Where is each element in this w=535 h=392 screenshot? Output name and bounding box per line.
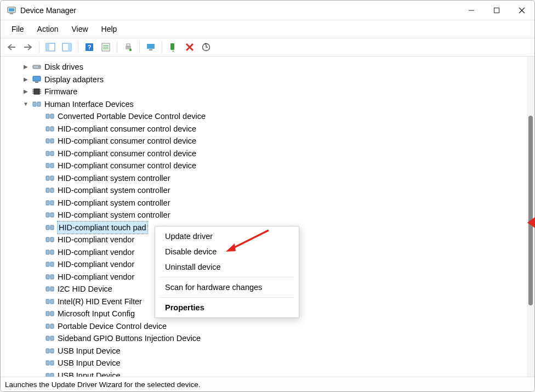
tree-node-hid-child[interactable]: HID-compliant system controller	[7, 209, 527, 221]
client-area: ▶ Disk drives ▶ Display adapters ▶ Firmw…	[1, 56, 534, 377]
panel-right-icon	[62, 43, 72, 52]
tree-node-hid-child[interactable]: USB Input Device	[7, 357, 527, 370]
tree-node-firmware[interactable]: ▶ Firmware	[7, 86, 527, 98]
svg-rect-49	[46, 176, 49, 180]
context-update-driver[interactable]: Update driver	[155, 229, 299, 244]
tree-label: HID-compliant system controller	[58, 184, 170, 196]
tree-node-hid-child[interactable]: Sideband GPIO Buttons Injection Device	[7, 332, 527, 345]
chevron-down-icon[interactable]: ▼	[22, 101, 29, 107]
tree-spacer	[36, 162, 42, 169]
hid-device-icon	[45, 297, 54, 306]
tree-spacer	[36, 200, 42, 206]
chevron-right-icon[interactable]: ▶	[22, 76, 29, 83]
tree-node-hid-child[interactable]: HID-compliant consumer control device	[7, 135, 527, 147]
svg-rect-68	[50, 287, 54, 291]
properties-button[interactable]	[59, 41, 75, 54]
tree-node-hid-child[interactable]: Portable Device Control device	[7, 320, 527, 333]
svg-rect-82	[50, 373, 54, 377]
svg-rect-73	[46, 324, 49, 328]
tree-node-hid-child[interactable]: HID-compliant consumer control device	[7, 160, 527, 172]
tree-node-hid[interactable]: ▼ Human Interface Devices	[7, 98, 527, 111]
svg-rect-77	[46, 349, 49, 353]
tree-node-hid-child[interactable]: HID-compliant system controller	[7, 184, 527, 197]
menu-action[interactable]: Action	[32, 22, 64, 36]
forward-button[interactable]	[20, 41, 36, 54]
svg-rect-72	[50, 311, 54, 316]
tree-node-hid-child[interactable]: USB Input Device	[7, 345, 527, 357]
tree-node-hid-child[interactable]: Converted Portable Device Control device	[7, 110, 527, 123]
tree-label: Firmware	[44, 86, 77, 98]
close-button[interactable]	[509, 1, 534, 20]
context-uninstall-device[interactable]: Uninstall device	[155, 259, 299, 275]
svg-rect-28	[33, 76, 41, 81]
tree-spacer	[36, 261, 42, 268]
tree-label: HID-compliant consumer control device	[58, 123, 196, 135]
svg-rect-64	[50, 262, 54, 266]
maximize-button[interactable]	[484, 1, 509, 20]
tree-label: HID-compliant vendor	[58, 246, 134, 258]
update-driver-button[interactable]	[198, 41, 214, 54]
tree-spacer	[36, 298, 42, 305]
tree-node-disk-drives[interactable]: ▶ Disk drives	[7, 61, 527, 73]
statusbar: Launches the Update Driver Wizard for th…	[1, 377, 534, 391]
context-properties[interactable]: Properties	[155, 300, 299, 315]
back-button[interactable]	[4, 41, 19, 54]
tree-label: USB Input Device	[58, 357, 120, 369]
minimize-button[interactable]	[459, 1, 484, 20]
device-tree[interactable]: ▶ Disk drives ▶ Display adapters ▶ Firmw…	[1, 56, 527, 377]
tree-node-display-adapters[interactable]: ▶ Display adapters	[7, 73, 527, 86]
enable-icon	[169, 43, 178, 52]
svg-rect-43	[46, 139, 49, 143]
close-icon	[519, 7, 525, 14]
menu-help[interactable]: Help	[96, 22, 123, 36]
svg-rect-48	[50, 163, 54, 168]
tree-spacer	[36, 212, 42, 218]
svg-rect-56	[50, 213, 54, 217]
toolbar: ?	[1, 38, 534, 56]
display-adapter-icon	[32, 75, 41, 84]
scan-hardware-button[interactable]	[143, 41, 158, 54]
tree-spacer	[36, 348, 42, 354]
help-button[interactable]: ?	[82, 41, 97, 54]
context-disable-device[interactable]: Disable device	[155, 244, 299, 259]
svg-rect-50	[50, 176, 54, 180]
uninstall-device-button[interactable]	[182, 41, 197, 54]
tree-node-hid-child[interactable]: HID-compliant system controller	[7, 197, 527, 209]
device-manager-window: Device Manager File Action View Help	[0, 0, 535, 392]
tree-node-hid-child[interactable]: HID-compliant system controller	[7, 172, 527, 185]
hid-device-icon	[45, 161, 54, 170]
enable-device-button[interactable]	[166, 41, 181, 54]
context-scan-hardware[interactable]: Scan for hardware changes	[155, 280, 299, 295]
hid-device-icon	[45, 198, 54, 207]
tree-node-hid-child[interactable]: USB Input Device	[7, 370, 527, 377]
svg-rect-61	[46, 250, 49, 254]
help-icon: ?	[85, 43, 94, 52]
vertical-scrollbar[interactable]	[527, 56, 534, 377]
svg-rect-70	[50, 299, 54, 304]
scrollbar-thumb[interactable]	[528, 116, 533, 305]
chevron-right-icon[interactable]: ▶	[22, 64, 29, 70]
tree-spacer	[36, 310, 42, 317]
show-hide-tree-button[interactable]	[43, 41, 58, 54]
tree-label: Intel(R) HID Event Filter	[58, 296, 142, 308]
tree-node-hid-child[interactable]: HID-compliant consumer control device	[7, 123, 527, 135]
svg-rect-80	[50, 361, 54, 365]
titlebar: Device Manager	[1, 1, 534, 20]
hid-device-icon	[45, 149, 54, 158]
action-list-button[interactable]	[98, 41, 113, 54]
svg-rect-54	[50, 201, 54, 205]
toolbar-separator	[78, 41, 78, 53]
maximize-icon	[493, 7, 500, 14]
svg-rect-37	[33, 102, 36, 106]
svg-rect-51	[46, 188, 49, 192]
chevron-right-icon[interactable]: ▶	[22, 88, 29, 95]
svg-rect-22	[170, 43, 174, 50]
tree-label: HID-compliant consumer control device	[58, 135, 196, 147]
hid-device-icon	[45, 137, 54, 145]
print-button[interactable]	[121, 41, 136, 54]
menu-file[interactable]: File	[6, 22, 30, 36]
tree-spacer	[36, 236, 42, 243]
svg-point-19	[129, 49, 132, 51]
tree-node-hid-child[interactable]: HID-compliant consumer control device	[7, 147, 527, 160]
menu-view[interactable]: View	[66, 22, 93, 36]
